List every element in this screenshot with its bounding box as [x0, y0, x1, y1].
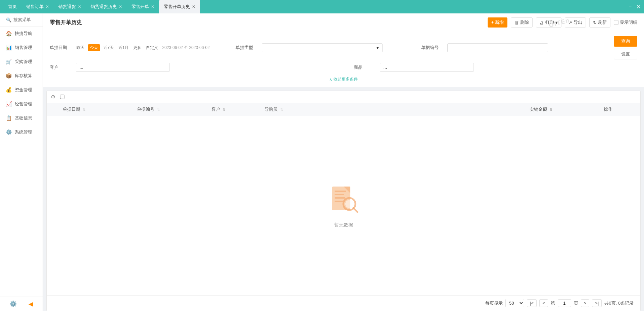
refresh-icon: ↻ — [593, 20, 597, 25]
th-salesperson[interactable]: 导购员 ⇅ — [260, 103, 324, 116]
svg-point-7 — [345, 200, 353, 208]
window-minimize-icon[interactable]: － — [628, 3, 633, 10]
filter-customer-section: 客户 ... — [50, 63, 334, 72]
tab-sales-return[interactable]: 销货退货 ✕ — [54, 0, 86, 13]
empty-state: 暂无数据 — [47, 116, 640, 295]
product-select[interactable]: ... — [380, 63, 474, 72]
th-action: 操作 — [600, 103, 640, 116]
table-area: ⚙ 单据日期 ⇅ 单据编号 ⇅ — [46, 91, 641, 311]
display-columns-checkbox[interactable] — [614, 20, 618, 25]
tab-retail-open[interactable]: 零售开单 ✕ — [127, 0, 159, 13]
window-close-icon[interactable]: ✕ — [636, 4, 641, 10]
product-placeholder: ... — [384, 65, 387, 70]
sort-date-icon: ⇅ — [83, 108, 86, 111]
sort-salesperson-icon: ⇅ — [280, 108, 283, 111]
sidebar-item-system[interactable]: ⚙️ 系统管理 — [0, 125, 43, 139]
date-today[interactable]: 今天 — [88, 44, 100, 51]
close-tab-retail-open[interactable]: ✕ — [151, 4, 154, 9]
svg-rect-2 — [335, 194, 344, 195]
tab-retail-open-history[interactable]: 零售开单历史 ✕ — [159, 0, 200, 13]
tab-bar-controls: － ✕ — [628, 3, 641, 10]
date-1month[interactable]: 近1月 — [117, 44, 130, 51]
sidebar-item-sales-mgmt[interactable]: 📊 销售管理 — [0, 41, 43, 55]
add-button[interactable]: + 新增 — [488, 17, 507, 28]
th-checkbox — [47, 103, 59, 116]
inventory-icon: 📦 — [6, 73, 12, 79]
date-yesterday[interactable]: 昨天 — [75, 44, 86, 51]
refresh-button[interactable]: ↻ 刷新 — [589, 17, 610, 28]
collapse-sidebar-icon[interactable]: ◀ — [29, 300, 33, 308]
operation-icon: 📈 — [6, 101, 12, 107]
filter-order-no-section: 单据编号 — [421, 43, 607, 52]
prev-page-button[interactable]: < — [539, 299, 548, 307]
th-customer[interactable]: 客户 ⇅ — [207, 103, 260, 116]
sidebar-item-finance[interactable]: 💰 资金管理 — [0, 83, 43, 97]
sidebar-item-operation[interactable]: 📈 经营管理 — [0, 97, 43, 111]
display-columns-toggle[interactable]: 显示明细 — [614, 19, 637, 25]
tab-home[interactable]: 首页 — [3, 0, 21, 13]
filter-order-type-section: 单据类型 ▾ — [236, 43, 422, 52]
filter-product-section: 商品 ... — [354, 63, 638, 72]
date-custom[interactable]: 自定义 — [145, 44, 159, 51]
settings-bottom-icon[interactable]: ⚙️ — [9, 300, 17, 308]
query-actions: 查询 设置 — [614, 36, 637, 59]
content-area: 零售开单历史 + 新增 🗑 删除 🖨 打印 ▾ ↗ 导出 ↻ — [43, 13, 644, 311]
page-header: 零售开单历史 + 新增 🗑 删除 🖨 打印 ▾ ↗ 导出 ↻ — [43, 13, 644, 31]
empty-illustration — [325, 183, 362, 217]
tab-sales-return-history[interactable]: 销货退货历史 ✕ — [86, 0, 127, 13]
print-chevron-icon: ▾ — [555, 20, 558, 25]
print-icon: 🖨 — [540, 20, 544, 25]
collapse-bar[interactable]: ∧ 收起更多条件 — [50, 75, 637, 82]
delete-button[interactable]: 🗑 删除 — [511, 17, 533, 28]
order-no-input[interactable] — [447, 43, 548, 52]
export-button[interactable]: ↗ 导出 — [565, 17, 586, 28]
first-page-button[interactable]: |< — [527, 299, 537, 307]
select-all-checkbox[interactable] — [60, 95, 64, 99]
svg-line-8 — [353, 208, 357, 212]
finance-icon: 💰 — [6, 87, 12, 93]
setting-button[interactable]: 设置 — [614, 49, 637, 59]
toolbar: + 新增 🗑 删除 🖨 打印 ▾ ↗ 导出 ↻ 刷新 — [488, 17, 637, 31]
order-no-label: 单据编号 — [421, 45, 445, 51]
next-page-button[interactable]: > — [581, 299, 590, 307]
sales-icon: 📊 — [6, 45, 12, 51]
tab-sales-order[interactable]: 销售订单 ✕ — [21, 0, 54, 13]
sidebar-item-inventory[interactable]: 📦 库存核算 — [0, 69, 43, 83]
table-header-row: 单据日期 ⇅ 单据编号 ⇅ 客户 ⇅ 导购员 ⇅ — [47, 103, 640, 116]
close-tab-retail-open-history[interactable]: ✕ — [192, 4, 195, 9]
filter-date-section: 单据日期 昨天 今天 近7天 近1月 更多 自定义 2023-06-02 至 2… — [50, 44, 236, 51]
print-button[interactable]: 🖨 打印 ▾ — [536, 17, 561, 28]
sidebar-item-quick-nav[interactable]: 🏠 快捷导航 — [0, 27, 43, 41]
date-7days[interactable]: 近7天 — [102, 44, 115, 51]
sidebar-item-purchase-mgmt[interactable]: 🛒 采购管理 — [0, 55, 43, 69]
close-tab-sales-order[interactable]: ✕ — [46, 4, 49, 9]
order-type-chevron-icon: ▾ — [377, 45, 379, 50]
sidebar-item-basic-info[interactable]: 📋 基础信息 — [0, 111, 43, 125]
date-more[interactable]: 更多 — [132, 44, 143, 51]
home-icon: 🏠 — [6, 31, 12, 37]
search-order[interactable]: 🔍 搜索采单 — [0, 13, 43, 27]
last-page-button[interactable]: >| — [592, 299, 602, 307]
order-type-select[interactable]: ▾ — [262, 43, 383, 52]
th-date[interactable]: 单据日期 ⇅ — [59, 103, 133, 116]
filter-area: 单据日期 昨天 今天 近7天 近1月 更多 自定义 2023-06-02 至 2… — [43, 31, 644, 87]
delete-icon: 🗑 — [514, 20, 519, 25]
close-tab-sales-return-history[interactable]: ✕ — [119, 4, 122, 9]
per-page-select[interactable]: 50 10 20 100 — [505, 299, 524, 307]
page-word: 第 — [551, 300, 555, 306]
date-label: 单据日期 — [50, 45, 73, 51]
query-button[interactable]: 查询 — [614, 36, 637, 47]
export-icon: ↗ — [568, 20, 572, 25]
th-no[interactable]: 单据编号 ⇅ — [133, 103, 207, 116]
customer-select[interactable]: ... — [76, 63, 170, 72]
empty-text: 暂无数据 — [334, 222, 353, 228]
sidebar: 🔍 搜索采单 🏠 快捷导航 📊 销售管理 🛒 采购管理 📦 库存核算 💰 资金管… — [0, 13, 43, 311]
table-settings-icon[interactable]: ⚙ — [51, 94, 55, 100]
customer-label: 客户 — [50, 64, 73, 70]
close-tab-sales-return[interactable]: ✕ — [78, 4, 81, 9]
date-range-display: 2023-06-02 至 2023-06-02 — [162, 45, 209, 51]
page-number-input[interactable] — [558, 299, 571, 307]
search-icon: 🔍 — [6, 17, 11, 22]
main-layout: 🔍 搜索采单 🏠 快捷导航 📊 销售管理 🛒 采购管理 📦 库存核算 💰 资金管… — [0, 13, 644, 311]
th-amount[interactable]: 实销金额 ⇅ — [526, 103, 600, 116]
